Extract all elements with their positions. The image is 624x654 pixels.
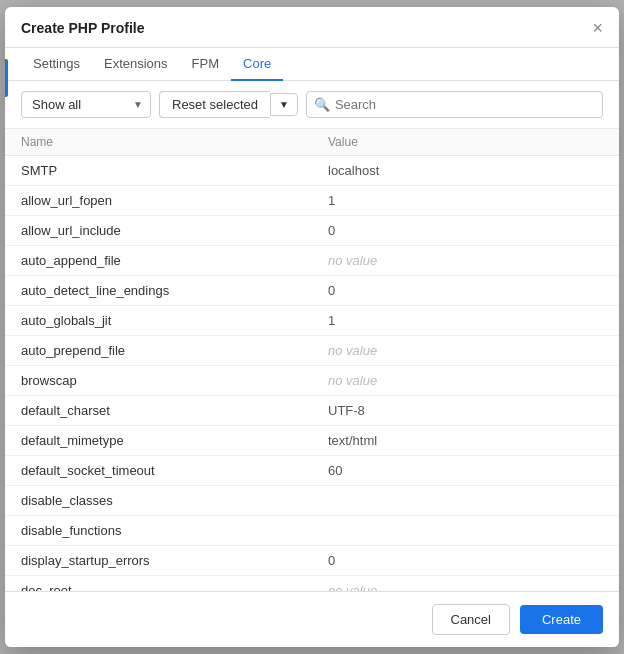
setting-value[interactable] (312, 486, 619, 516)
search-icon: 🔍 (314, 97, 330, 112)
setting-name: disable_classes (5, 486, 312, 516)
setting-name: default_mimetype (5, 426, 312, 456)
setting-value[interactable]: no value (312, 366, 619, 396)
setting-value[interactable]: 0 (312, 216, 619, 246)
table-row: auto_globals_jit1 (5, 306, 619, 336)
search-wrapper: 🔍 (306, 91, 603, 118)
settings-table: Name Value SMTPlocalhostallow_url_fopen1… (5, 129, 619, 591)
table-row: default_mimetypetext/html (5, 426, 619, 456)
toolbar: Show all ▼ Reset selected ▼ 🔍 (5, 81, 619, 129)
create-button[interactable]: Create (520, 605, 603, 634)
show-all-wrapper: Show all ▼ (21, 91, 151, 118)
cancel-button[interactable]: Cancel (432, 604, 510, 635)
setting-name: SMTP (5, 156, 312, 186)
setting-value[interactable] (312, 516, 619, 546)
active-indicator (5, 59, 8, 97)
setting-value[interactable]: no value (312, 246, 619, 276)
setting-value[interactable]: 1 (312, 186, 619, 216)
setting-name: auto_prepend_file (5, 336, 312, 366)
tab-bar: SettingsExtensionsFPMCore (5, 48, 619, 81)
reset-dropdown-button[interactable]: ▼ (270, 93, 298, 116)
table-row: default_charsetUTF-8 (5, 396, 619, 426)
modal-title: Create PHP Profile (21, 20, 144, 46)
setting-value[interactable]: no value (312, 336, 619, 366)
setting-value[interactable]: UTF-8 (312, 396, 619, 426)
setting-name: allow_url_include (5, 216, 312, 246)
table-row: auto_append_fileno value (5, 246, 619, 276)
setting-name: browscap (5, 366, 312, 396)
modal-footer: Cancel Create (5, 591, 619, 647)
setting-value[interactable]: 0 (312, 276, 619, 306)
table-row: allow_url_include0 (5, 216, 619, 246)
col-name-header: Name (5, 129, 312, 156)
close-button[interactable]: × (592, 19, 603, 47)
setting-value[interactable]: localhost (312, 156, 619, 186)
table-row: default_socket_timeout60 (5, 456, 619, 486)
tab-fpm[interactable]: FPM (180, 48, 231, 81)
tab-settings[interactable]: Settings (21, 48, 92, 81)
setting-name: allow_url_fopen (5, 186, 312, 216)
setting-name: auto_globals_jit (5, 306, 312, 336)
setting-name: auto_detect_line_endings (5, 276, 312, 306)
table-row: browscapno value (5, 366, 619, 396)
setting-name: auto_append_file (5, 246, 312, 276)
setting-name: default_charset (5, 396, 312, 426)
tab-extensions[interactable]: Extensions (92, 48, 180, 81)
reset-selected-group: Reset selected ▼ (159, 91, 298, 118)
setting-name: display_startup_errors (5, 546, 312, 576)
table-row: allow_url_fopen1 (5, 186, 619, 216)
setting-value[interactable]: text/html (312, 426, 619, 456)
reset-selected-button[interactable]: Reset selected (159, 91, 270, 118)
show-all-select[interactable]: Show all (21, 91, 151, 118)
setting-value[interactable]: 1 (312, 306, 619, 336)
table-row: display_startup_errors0 (5, 546, 619, 576)
setting-name: default_socket_timeout (5, 456, 312, 486)
setting-name: doc_root (5, 576, 312, 592)
table-row: doc_rootno value (5, 576, 619, 592)
search-input[interactable] (306, 91, 603, 118)
table-row: SMTPlocalhost (5, 156, 619, 186)
col-value-header: Value (312, 129, 619, 156)
setting-value[interactable]: no value (312, 576, 619, 592)
setting-name: disable_functions (5, 516, 312, 546)
modal-header: Create PHP Profile × (5, 7, 619, 48)
setting-value[interactable]: 60 (312, 456, 619, 486)
table-row: auto_prepend_fileno value (5, 336, 619, 366)
table-row: disable_classes (5, 486, 619, 516)
setting-value[interactable]: 0 (312, 546, 619, 576)
settings-table-container: Name Value SMTPlocalhostallow_url_fopen1… (5, 129, 619, 591)
table-row: auto_detect_line_endings0 (5, 276, 619, 306)
table-row: disable_functions (5, 516, 619, 546)
create-php-profile-modal: Create PHP Profile × SettingsExtensionsF… (5, 7, 619, 647)
tab-core[interactable]: Core (231, 48, 283, 81)
